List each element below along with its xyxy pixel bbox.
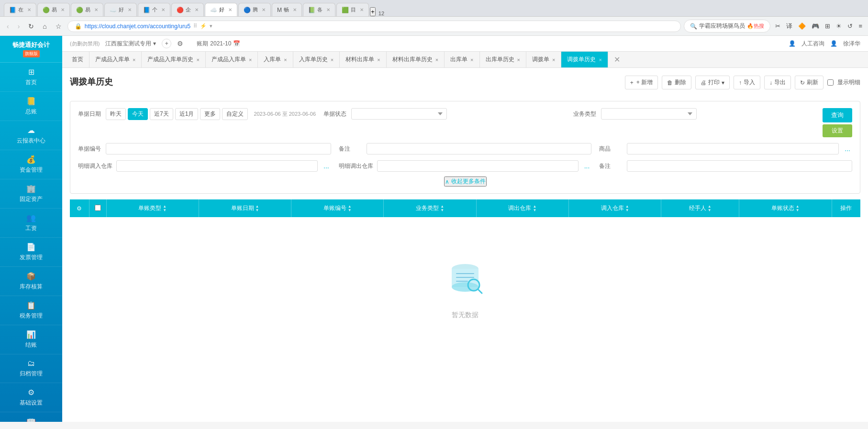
sidebar-item-closing[interactable]: 📊 结账 (0, 325, 62, 354)
page-tab-product-in[interactable]: 产成品入库单 × (89, 52, 142, 67)
sidebar-item-assets[interactable]: 🏢 固定资产 (0, 179, 62, 209)
translate-icon[interactable]: 译 (784, 20, 794, 33)
page-tab-transfer-history[interactable]: 调拨单历史 × (561, 52, 608, 67)
ai-service-text[interactable]: 人工咨询 (801, 40, 824, 48)
back-button[interactable]: ‹ (4, 21, 12, 32)
gear-column-header[interactable]: ⚙ (70, 199, 89, 217)
grid-icon[interactable]: ⊞ (823, 21, 832, 32)
display-toggle-label[interactable]: 显示明细 (827, 78, 860, 87)
tab-close-1[interactable]: ✕ (27, 7, 31, 12)
warehouse-out-dots-button[interactable]: ... (582, 162, 592, 170)
print-button[interactable]: 🖨 打印 ▾ (695, 76, 730, 89)
close-material-out[interactable]: × (377, 57, 380, 63)
sidebar-item-reports[interactable]: ☁ 云报表中心 (0, 121, 62, 150)
biz-type-select[interactable] (601, 108, 697, 120)
col-date[interactable]: 单账日期 ▲▼ (199, 199, 291, 217)
gamepad-icon[interactable]: 🎮 (810, 21, 821, 32)
new-tab-button[interactable]: + (370, 7, 376, 16)
select-all-checkbox[interactable] (95, 205, 101, 211)
more-button[interactable]: 更多 (200, 108, 220, 120)
remark-input[interactable] (367, 143, 592, 154)
status-select[interactable]: 全部 未审核 已审核 (351, 108, 447, 120)
browser-tab-11[interactable]: 🟩 目 ✕ (336, 3, 369, 16)
col-status[interactable]: 单账状态 ▲▼ (739, 199, 832, 217)
checkbox-column-header[interactable] (89, 199, 106, 217)
tab-close-3[interactable]: ✕ (94, 7, 98, 12)
page-tab-material-out[interactable]: 材料出库单 × (340, 52, 386, 67)
tab-close-4[interactable]: ✕ (128, 7, 132, 12)
scissors-icon[interactable]: ✂ (773, 21, 782, 32)
display-toggle-checkbox[interactable] (827, 79, 834, 86)
browser-tab-1[interactable]: 📘 在 ✕ (4, 3, 36, 16)
browser-tab-3[interactable]: 🟢 易 ✕ (71, 3, 103, 16)
filter-settings-button[interactable]: 设置 (823, 124, 852, 137)
import-button[interactable]: ↑ 导入 (734, 76, 760, 89)
undo-icon[interactable]: ↺ (846, 21, 855, 32)
close-all-button[interactable]: ✕ (610, 53, 624, 66)
page-tab-in-history[interactable]: 入库单历史 × (293, 52, 340, 67)
browser-tab-7[interactable]: ☁️ 好 ✕ (205, 3, 237, 16)
browser-tab-8[interactable]: 🔵 腾 ✕ (238, 3, 271, 16)
tab-close-10[interactable]: ✕ (326, 7, 330, 12)
col-number[interactable]: 单账编号 ▲▼ (291, 199, 384, 217)
page-tab-product-in-history[interactable]: 产成品入库单历史 × (142, 52, 205, 67)
calendar-icon[interactable]: 📅 (233, 40, 240, 47)
sidebar-item-settings[interactable]: ⚙ 基础设置 (0, 383, 62, 412)
browser-tab-10[interactable]: 📗 各 ✕ (303, 3, 335, 16)
col-out-warehouse[interactable]: 调出仓库 ▲▼ (476, 199, 568, 217)
settings-gear-button[interactable]: ⚙ (177, 40, 183, 47)
page-tab-transfer[interactable]: 调拨单 × (526, 52, 561, 67)
close-product-in2[interactable]: × (249, 57, 252, 63)
docnum-input[interactable] (106, 143, 331, 154)
close-transfer-history[interactable]: × (599, 57, 601, 63)
sidebar-item-ledger[interactable]: 📒 总账 (0, 92, 62, 121)
tab-close-7[interactable]: ✕ (228, 7, 232, 12)
sidebar-item-tax[interactable]: 📋 税务管理 (0, 296, 62, 325)
1month-button[interactable]: 近1月 (175, 108, 199, 120)
goods-input[interactable] (627, 143, 839, 154)
page-tab-out[interactable]: 出库单 × (445, 52, 479, 67)
sidebar-item-capital[interactable]: 💰 资金管理 (0, 150, 62, 179)
close-out[interactable]: × (470, 57, 473, 63)
browser-tab-6[interactable]: 🔴 企 ✕ (171, 3, 204, 16)
browser-tab-5[interactable]: 📘 个 ✕ (138, 3, 170, 16)
page-tab-product-in2[interactable]: 产成品入库单 × (206, 52, 258, 67)
remark2-input[interactable] (627, 160, 852, 172)
brightness-icon[interactable]: ☀ (834, 21, 844, 32)
bookmark-button[interactable]: ☆ (53, 21, 65, 32)
page-tab-material-out-history[interactable]: 材料出库单历史 × (387, 52, 445, 67)
refresh-button[interactable]: ↻ 刷新 (795, 76, 823, 89)
close-material-out-history[interactable]: × (435, 57, 438, 63)
sidebar-item-inventory[interactable]: 📦 库存核算 (0, 267, 62, 296)
browser-tab-4[interactable]: ☁️ 好 ✕ (104, 3, 137, 16)
col-operator[interactable]: 经手人 ▲▼ (661, 199, 739, 217)
tab-count-badge[interactable]: 12 (378, 11, 384, 16)
tab-close-9[interactable]: ✕ (293, 7, 297, 12)
close-in[interactable]: × (284, 57, 287, 63)
query-button[interactable]: 查询 (823, 108, 852, 122)
warehouse-in-input[interactable] (116, 160, 318, 172)
tab-close-5[interactable]: ✕ (161, 7, 165, 12)
sidebar-item-home[interactable]: ⊞ 首页 (0, 63, 62, 92)
warehouse-out-input[interactable] (377, 160, 579, 172)
browser-tab-2[interactable]: 🟢 易 ✕ (37, 3, 70, 16)
browser-tab-9[interactable]: M 畅 ✕ (272, 3, 302, 16)
menu-icon[interactable]: ≡ (857, 21, 864, 32)
col-type[interactable]: 单账类型 ▲▼ (106, 199, 199, 217)
page-tab-home[interactable]: 首页 (66, 52, 89, 67)
warehouse-in-dots-button[interactable]: ... (322, 162, 331, 170)
page-tab-out-history[interactable]: 出库单历史 × (480, 52, 526, 67)
close-transfer[interactable]: × (552, 57, 555, 63)
export-button[interactable]: ↓ 导出 (764, 76, 791, 89)
yesterday-button[interactable]: 昨天 (106, 108, 126, 120)
search-bar[interactable]: 🔍 学霸应聘场驱鸟员 🔥热搜 (684, 20, 770, 33)
refresh-browser-button[interactable]: ↻ (25, 21, 37, 32)
sidebar-item-invoice[interactable]: 📄 发票管理 (0, 238, 62, 267)
sidebar-item-archive[interactable]: 🗂 归档管理 (0, 354, 62, 383)
close-product-in-history[interactable]: × (196, 57, 199, 63)
custom-button[interactable]: 自定义 (222, 108, 248, 120)
7days-button[interactable]: 近7天 (150, 108, 173, 120)
page-tab-in[interactable]: 入库单 × (258, 52, 293, 67)
company-selector[interactable]: 江西服宝测试专用 ▾ (105, 40, 156, 48)
close-product-in[interactable]: × (133, 57, 135, 63)
